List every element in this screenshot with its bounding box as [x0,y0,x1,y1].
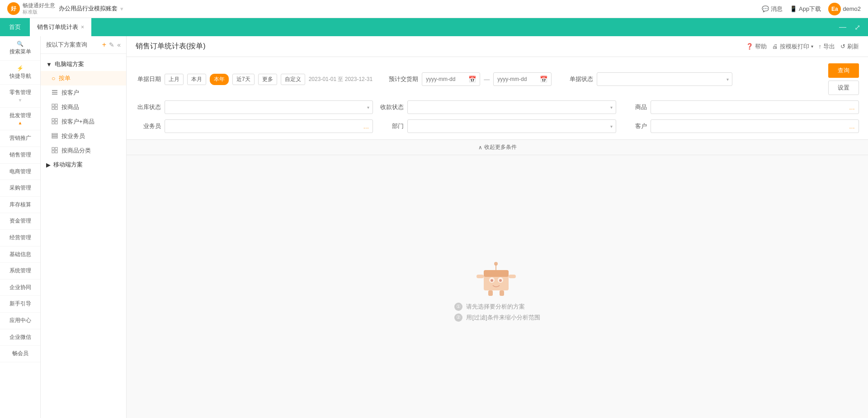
sidebar-shortcut-nav[interactable]: ⚡ 快捷导航 [0,61,40,85]
export-button[interactable]: ↑ 导出 [819,43,835,51]
svg-rect-0 [52,90,57,91]
scheme-item-by-order[interactable]: ○ 按单 [41,71,126,86]
print-button[interactable]: 🖨 按模板打印 ▾ [772,43,813,51]
help-icon: ❓ [746,43,753,50]
receipt-status-group: 收款状态 ▾ [378,100,616,114]
sidebar-item-marketing[interactable]: 营销推广 [0,130,40,147]
message-button[interactable]: 💬 消息 [762,5,783,13]
collapse-bar[interactable]: ∧ 收起更多条件 [127,140,868,155]
svg-rect-11 [52,133,57,135]
sidebar-item-basic[interactable]: 基础信息 [0,247,40,263]
logo-text-block: 畅捷通好生意 标准版 [23,2,55,15]
settings-button[interactable]: 设置 [828,81,859,95]
sidebar-item-sales[interactable]: 销售管理 [0,147,40,164]
sidebar-item-enterprise[interactable]: 企业协同 [0,280,40,296]
empty-hint-2: ② 用[过滤]条件来缩小分析范围 [454,314,540,322]
collapse-panel-button[interactable]: « [117,41,121,48]
date-btn-this-year[interactable]: 本年 [210,74,229,85]
sidebar-search-label: 搜索菜单 [9,48,31,56]
expected-date-start-input[interactable] [426,76,467,82]
svg-rect-9 [52,122,54,124]
expected-date-end-input[interactable] [497,76,538,82]
sidebar-newbie-label: 新手引导 [9,300,31,308]
filter-row-2: 出库状态 ▾ 收款状态 ▾ [136,100,859,114]
empty-hint-1: ① 请先选择要分析的方案 [454,303,540,311]
add-scheme-button[interactable]: + [102,41,106,49]
tab-sales-report[interactable]: 销售订单统计表 × [30,18,91,36]
scheme-item-by-cust-goods[interactable]: 按客户+商品 [41,114,126,129]
tab-minimize-button[interactable]: — [837,22,848,33]
date-dash: — [484,76,490,83]
dept-filter-group: 部门 ▾ [378,119,616,133]
dept-select[interactable] [407,119,616,133]
date-btn-more[interactable]: 更多 [258,74,277,85]
sidebar-search[interactable]: 🔍 搜索菜单 [0,36,40,61]
scheme-item-by-goods[interactable]: 按商品 [41,100,126,114]
breadcrumb-area[interactable]: 办公用品行业模拟账套 ▾ [59,5,123,13]
customer-filter-group: 客户 … [622,119,859,133]
staff-filter-label: 业务员 [136,122,161,130]
status-select[interactable] [597,72,732,86]
svg-point-27 [494,262,498,266]
scheme-item-by-category[interactable]: 按商品分类 [41,143,126,158]
receipt-status-select[interactable] [407,100,616,114]
tab-close-icon[interactable]: × [81,24,84,30]
goods-dotdot-icon[interactable]: … [849,104,855,111]
sidebar-item-retail[interactable]: 零售管理 ▼ [0,85,40,108]
tab-home[interactable]: 首页 [0,18,30,36]
customer-filter-label: 客户 [622,122,647,130]
help-button[interactable]: ❓ 帮助 [746,43,767,51]
sidebar: 🔍 搜索菜单 ⚡ 快捷导航 零售管理 ▼ 批发管理 ▲ 营销推广 销售管理 电商… [0,36,41,418]
date-btn-custom[interactable]: 自定义 [281,74,305,85]
main-layout: 🔍 搜索菜单 ⚡ 快捷导航 零售管理 ▼ 批发管理 ▲ 营销推广 销售管理 电商… [0,36,868,418]
app-download-label: App下载 [799,5,821,13]
by-category-label: 按商品分类 [61,147,91,155]
delivery-status-select[interactable] [165,100,373,114]
sidebar-item-inventory[interactable]: 库存核算 [0,197,40,214]
customer-dotdot-icon[interactable]: … [849,123,855,130]
date-btn-last-month[interactable]: 上月 [165,74,184,85]
svg-rect-14 [52,147,54,150]
scheme-item-by-staff[interactable]: 按业务员 [41,129,126,143]
svg-rect-25 [509,275,516,278]
scheme-group-mobile-header[interactable]: ▶ 移动端方案 [41,158,126,171]
query-button[interactable]: 查询 [828,63,859,78]
sidebar-item-purchase[interactable]: 采购管理 [0,180,40,197]
svg-rect-19 [484,270,509,277]
sidebar-item-member[interactable]: 畅会员 [0,346,40,362]
sidebar-item-system[interactable]: 系统管理 [0,263,40,280]
logo-area: 好 畅捷通好生意 标准版 [7,2,55,15]
user-initials: Ea [831,6,838,12]
action-btns: 查询 设置 [828,63,859,95]
staff-dotdot-icon[interactable]: … [363,123,369,130]
sidebar-corpwechat-label: 企业微信 [9,334,31,341]
app-download-button[interactable]: 📱 App下载 [790,5,821,13]
by-staff-icon [52,133,58,140]
scheme-group-mobile-arrow: ▶ [46,162,51,168]
sidebar-item-appcenter[interactable]: 应用中心 [0,313,40,329]
tab-maximize-button[interactable]: ⤢ [852,22,863,33]
empty-hint-2-text: 用[过滤]条件来缩小分析范围 [466,314,540,322]
sidebar-item-ecommerce[interactable]: 电商管理 [0,164,40,180]
user-area[interactable]: Ea demo2 [828,3,861,15]
scheme-item-by-customer[interactable]: 按客户 [41,86,126,100]
date-btn-this-month[interactable]: 本月 [187,74,206,85]
refresh-button[interactable]: ↺ 刷新 [840,43,859,51]
by-cust-goods-icon [52,118,58,126]
sidebar-item-newbie[interactable]: 新手引导 [0,296,40,313]
edit-scheme-button[interactable]: ✎ [109,41,114,48]
left-panel-header: 按以下方案查询 + ✎ « [41,36,126,54]
sidebar-item-corpwechat[interactable]: 企业微信 [0,329,40,346]
sidebar-item-finance[interactable]: 资金管理 [0,213,40,230]
date-btn-7days[interactable]: 近7天 [232,74,255,85]
expand-arrow-retail: ▼ [18,98,23,103]
empty-hint-1-num: ① [454,303,462,311]
scheme-group-pc-header[interactable]: ▼ 电脑端方案 [41,57,126,71]
left-panel-actions: + ✎ « [102,41,121,49]
by-order-label: 按单 [59,74,71,82]
help-label: 帮助 [755,43,767,51]
svg-rect-3 [52,104,54,106]
sidebar-item-wholesale[interactable]: 批发管理 ▲ [0,108,40,131]
sidebar-item-operations[interactable]: 经营管理 [0,230,40,247]
svg-rect-12 [52,135,57,137]
